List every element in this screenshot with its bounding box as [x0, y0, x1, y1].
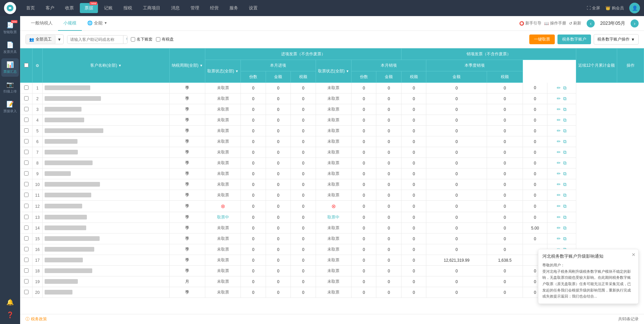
digital-account-btn[interactable]: 税务数字账户: [557, 35, 591, 44]
nav-tax[interactable]: 报税: [119, 3, 137, 13]
nav-service[interactable]: 服务: [225, 3, 243, 13]
edit-btn[interactable]: ✏: [557, 192, 561, 198]
row-checkbox[interactable]: [24, 247, 29, 251]
row-checkbox[interactable]: [24, 225, 29, 230]
sidebar-item-invoice-summary[interactable]: 📊 票据汇总: [1, 58, 19, 77]
row-checkbox[interactable]: [24, 193, 29, 197]
sidebar-item-issue-invoice[interactable]: 📄 发票开具: [1, 39, 19, 57]
edit-btn[interactable]: ✏: [557, 203, 561, 209]
sidebar-item-smart-ticket[interactable]: 🧾 智能取票 new: [1, 19, 19, 37]
client-name-blurred: 某某物流公司: [45, 247, 94, 252]
tax-policy-link[interactable]: ⓘ 税务政策: [25, 316, 47, 322]
nav-bookkeep[interactable]: 记账: [99, 3, 117, 13]
copy-btn[interactable]: ⧉: [563, 139, 567, 144]
nav-business[interactable]: 工商项目: [138, 3, 165, 13]
select-all-checkbox[interactable]: [24, 63, 29, 67]
manual-btn[interactable]: 📖 操作手册: [544, 20, 566, 26]
copy-btn[interactable]: ⧉: [563, 171, 567, 176]
search-input[interactable]: [67, 36, 123, 44]
digital-account-ops-btn[interactable]: 税务数字账户操作 ▼: [594, 34, 639, 45]
edit-btn[interactable]: ✏: [557, 85, 561, 90]
copy-btn[interactable]: ⧉: [563, 149, 567, 155]
client-name-blurred: 某某餐饮管理: [45, 225, 86, 230]
copy-btn[interactable]: ⧉: [563, 96, 567, 101]
checkbox-tax-disk-input[interactable]: [156, 37, 160, 42]
nav-invoice[interactable]: 票据 new: [80, 3, 98, 13]
member-btn[interactable]: 👑 购会员: [605, 5, 624, 11]
row-checkbox[interactable]: [24, 128, 29, 133]
edit-btn[interactable]: ✏: [557, 160, 561, 166]
copy-btn[interactable]: ⧉: [563, 117, 567, 123]
edit-btn[interactable]: ✏: [557, 236, 561, 241]
nav-receipt[interactable]: 收票: [60, 3, 78, 13]
row-checkbox[interactable]: [24, 150, 29, 154]
new-guide-btn[interactable]: ⭕ 新手引导: [519, 20, 541, 26]
nav-manage[interactable]: 管理: [186, 3, 204, 13]
copy-btn[interactable]: ⧉: [563, 160, 567, 166]
notification-close-btn[interactable]: ✕: [632, 252, 636, 257]
copy-btn[interactable]: ⧉: [563, 214, 567, 220]
copy-btn[interactable]: ⧉: [563, 192, 567, 198]
checkbox-sub-accounts-input[interactable]: [131, 37, 135, 42]
copy-btn[interactable]: ⧉: [563, 85, 567, 90]
nav-customer[interactable]: 客户: [41, 3, 59, 13]
avatar[interactable]: 👤: [629, 3, 640, 13]
nav-home[interactable]: 首页: [21, 3, 40, 13]
row-checkbox[interactable]: [24, 258, 29, 262]
row-checkbox[interactable]: [24, 160, 29, 165]
edit-btn[interactable]: ✏: [557, 139, 561, 144]
row-checkbox[interactable]: [24, 290, 29, 294]
employee-select-arrow[interactable]: ▼: [55, 36, 63, 44]
refresh-btn[interactable]: ↺ 刷新: [569, 20, 581, 26]
row-checkbox[interactable]: [24, 171, 29, 176]
app-logo[interactable]: [4, 2, 16, 14]
row-checkbox[interactable]: [24, 268, 29, 273]
edit-btn[interactable]: ✏: [557, 171, 561, 176]
copy-btn[interactable]: ⧉: [563, 225, 567, 231]
status-not-fetched: 未取票: [327, 85, 339, 90]
tab-all-capability[interactable]: 🌐 全能 ▼: [82, 16, 113, 31]
row-checkbox[interactable]: [24, 118, 29, 122]
edit-btn[interactable]: ✏: [557, 107, 561, 112]
row-checkbox[interactable]: [24, 236, 29, 241]
fullscreen-btn[interactable]: ⛶ 全屏: [587, 5, 600, 11]
row-checkbox[interactable]: [24, 182, 29, 186]
row-checkbox[interactable]: [24, 96, 29, 101]
copy-btn[interactable]: ⧉: [563, 128, 567, 133]
status-not-fetched: 未取票: [217, 182, 229, 187]
checkbox-tax-disk[interactable]: 有税盘: [156, 37, 174, 42]
sidebar-item-help[interactable]: ❓: [1, 309, 19, 321]
copy-btn[interactable]: ⧉: [563, 203, 567, 209]
row-number: 13: [35, 215, 40, 220]
nav-message[interactable]: 消息: [166, 3, 184, 13]
copy-btn[interactable]: ⧉: [563, 107, 567, 112]
search-btn[interactable]: 🔍: [123, 36, 127, 44]
copy-btn[interactable]: ⧉: [563, 236, 567, 241]
edit-btn[interactable]: ✏: [557, 117, 561, 123]
row-checkbox[interactable]: [24, 204, 29, 208]
nav-operation[interactable]: 经营: [205, 3, 223, 13]
tab-general-taxpayer[interactable]: 一般纳税人: [25, 16, 58, 31]
sidebar-item-notification[interactable]: 🔔: [1, 296, 19, 309]
checkbox-sub-accounts[interactable]: 名下账套: [131, 37, 153, 42]
edit-btn[interactable]: ✏: [557, 182, 561, 187]
nav-settings[interactable]: 设置: [244, 3, 262, 13]
edit-btn[interactable]: ✏: [557, 225, 561, 231]
edit-btn[interactable]: ✏: [557, 214, 561, 220]
edit-btn[interactable]: ✏: [557, 149, 561, 155]
sidebar-item-invoice-entry[interactable]: 📝 票据录入: [1, 98, 19, 116]
period-prev-btn[interactable]: ‹: [587, 19, 595, 27]
edit-btn[interactable]: ✏: [557, 128, 561, 133]
copy-btn[interactable]: ⧉: [563, 182, 567, 187]
row-checkbox[interactable]: [24, 215, 29, 219]
fetch-ticket-btn[interactable]: 一键取票: [529, 35, 555, 44]
row-checkbox[interactable]: [24, 139, 29, 143]
row-checkbox[interactable]: [24, 85, 29, 90]
sidebar-item-scan-upload[interactable]: 📷 扫描上传: [1, 78, 19, 96]
tab-small-scale[interactable]: 小规模: [58, 16, 82, 31]
edit-btn[interactable]: ✏: [557, 96, 561, 101]
employee-select[interactable]: 👥 全部员工: [26, 35, 55, 44]
row-checkbox[interactable]: [24, 107, 29, 111]
row-checkbox[interactable]: [24, 279, 29, 283]
period-next-btn[interactable]: ›: [631, 19, 639, 27]
